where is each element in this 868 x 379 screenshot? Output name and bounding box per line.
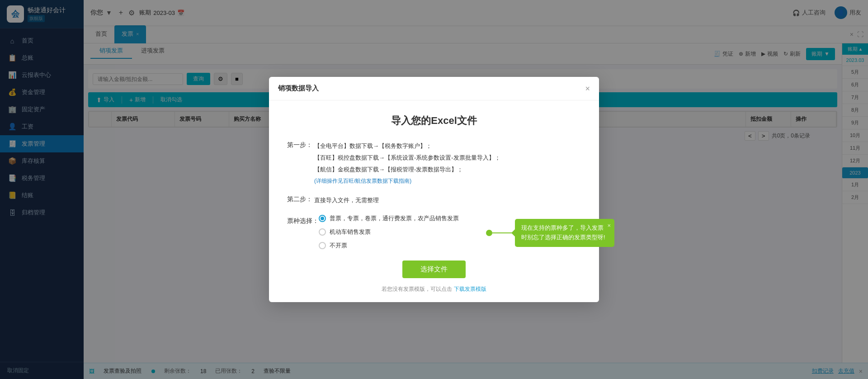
step2-label: 第二步： bbox=[287, 194, 314, 204]
radio-option-2[interactable]: 机动车销售发票 bbox=[319, 228, 459, 236]
radio-icon-3 bbox=[319, 242, 326, 249]
step2: 第二步： 直接导入文件，无需整理 bbox=[287, 194, 581, 206]
step1-content: 【全电平台】数据下载→【税务数字账户】； 【百旺】税控盘数据下载→【系统设置-系… bbox=[314, 140, 500, 186]
modal-body: 导入您的Excel文件 第一步： 【全电平台】数据下载→【税务数字账户】； 【百… bbox=[269, 100, 599, 302]
modal-title: 销项数据导入 bbox=[278, 84, 319, 93]
radio-option-1[interactable]: 普票，专票，卷票，通行费发票，农产品销售发票 bbox=[319, 214, 459, 223]
guide-link[interactable]: (详细操作见百旺/航信发票数据下载指南) bbox=[314, 175, 500, 186]
tooltip-close-btn[interactable]: × bbox=[607, 221, 611, 231]
ticket-choice: 票种选择： 普票，专票，卷票，通行费发票，农产品销售发票 机动车销售发票 不开票 bbox=[287, 214, 581, 250]
radio-icon-1 bbox=[319, 215, 326, 222]
radio-group: 普票，专票，卷票，通行费发票，农产品销售发票 机动车销售发票 不开票 bbox=[319, 214, 459, 250]
step1-label: 第一步： bbox=[287, 140, 314, 149]
modal-close-btn[interactable]: × bbox=[585, 85, 590, 93]
radio-icon-2 bbox=[319, 228, 326, 236]
download-template-link[interactable]: 下载发票模版 bbox=[454, 286, 486, 292]
modal-footer-note: 若您没有发票模版，可以点击 下载发票模版 bbox=[287, 285, 581, 293]
step2-content: 直接导入文件，无需整理 bbox=[314, 194, 379, 206]
import-modal: 销项数据导入 × 导入您的Excel文件 第一步： 【全电平台】数据下载→【税务… bbox=[269, 77, 599, 302]
step1: 第一步： 【全电平台】数据下载→【税务数字账户】； 【百旺】税控盘数据下载→【系… bbox=[287, 140, 581, 186]
select-file-btn[interactable]: 选择文件 bbox=[402, 261, 466, 278]
modal-main-title: 导入您的Excel文件 bbox=[287, 114, 581, 128]
modal-overlay: 销项数据导入 × 导入您的Excel文件 第一步： 【全电平台】数据下载→【税务… bbox=[0, 0, 868, 379]
tooltip-box: × 现在支持的票种多了，导入发票时别忘了选择正确的发票类型呀! bbox=[515, 219, 614, 247]
modal-header: 销项数据导入 × bbox=[269, 77, 599, 100]
radio-option-3[interactable]: 不开票 bbox=[319, 242, 459, 250]
ticket-label: 票种选择： bbox=[287, 214, 319, 225]
